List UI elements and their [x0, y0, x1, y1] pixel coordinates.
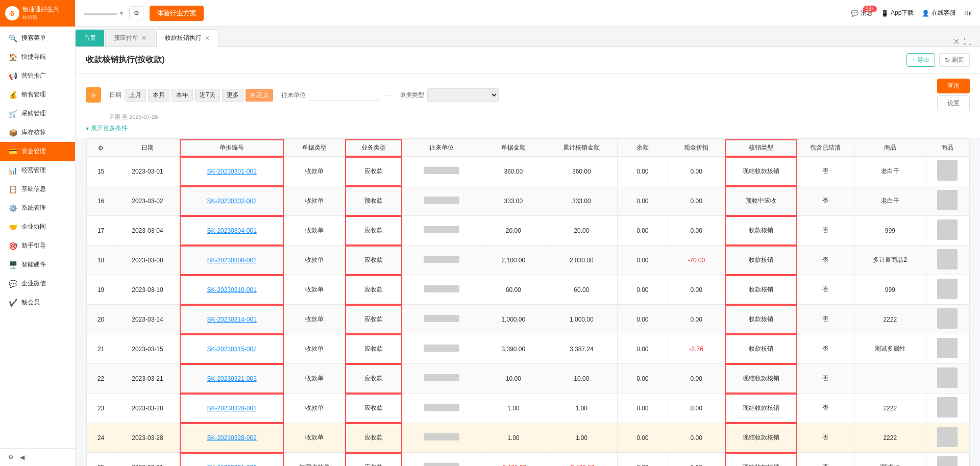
td-settled: 否 [797, 394, 854, 423]
refresh-button[interactable]: ↻ 刷新 [939, 53, 970, 67]
td-seq: 24 [87, 423, 115, 453]
topbar-online-service[interactable]: 👤 在线客服 [922, 9, 956, 17]
filter-date-lastmonth[interactable]: 上月 [125, 89, 146, 102]
topbar-brand-text: ▬▬▬▬▬ [84, 9, 117, 17]
td-seq: 17 [87, 216, 115, 246]
sidebar-item-enterprise[interactable]: 🤝 企业协同 [0, 217, 75, 236]
td-settled: 否 [797, 186, 854, 216]
topbar-brand: ▬▬▬▬▬ ▾ [84, 9, 123, 17]
tab-bar: 首页 预应付单 ✕ 收款核销执行 ✕ ✕ ⛶ [76, 27, 980, 47]
docno-link[interactable]: SK-20230302-002 [207, 198, 256, 205]
td-discount: 0.00 [668, 186, 725, 216]
expand-more-conditions[interactable]: ▾ 展开更多条件 [86, 124, 970, 133]
filter-date-7days[interactable]: 近7天 [195, 89, 220, 102]
tab-home[interactable]: 首页 [76, 30, 104, 46]
filter-settings-button[interactable]: 设置 [937, 95, 970, 111]
filter-date-thisyear[interactable]: 本年 [172, 89, 193, 102]
solution-button[interactable]: 体验行业方案 [150, 6, 204, 21]
sidebar-label-wechat: 企业微信 [21, 279, 46, 288]
sidebar-item-basic[interactable]: 📋 基础信息 [0, 180, 75, 199]
docno-link[interactable]: SK-20230315-002 [207, 346, 256, 353]
table-area: ⚙ 日期 单据编号 单据类型 业务类型 往来单位 单据金额 累计核销金额 余额 … [76, 138, 980, 466]
td-docno: SK-20230321-003 [180, 364, 284, 394]
th-balance: 余额 [618, 139, 668, 157]
filter-expand-toggle[interactable]: » [86, 87, 101, 103]
docno-link[interactable]: SK-20230314-001 [207, 316, 256, 323]
sidebar-item-sales[interactable]: 💰 销售管理 [0, 85, 75, 104]
td-cumwrite: 1.00 [546, 423, 618, 453]
docno-link[interactable]: SK-20230328-001 [207, 405, 256, 412]
td-amount: 2,100.00 [481, 246, 546, 275]
td-date: 2023-03-02 [115, 186, 180, 216]
sidebar-item-shortcut[interactable]: 🏠 快捷导航 [0, 47, 75, 66]
docno-link[interactable]: SK-20230308-001 [207, 257, 256, 264]
topbar-gear-button[interactable]: ⚙ [129, 6, 143, 20]
td-partner [402, 364, 481, 394]
tab-bar-close-icon[interactable]: ✕ [953, 37, 960, 46]
td-docno: SK-20230315-002 [180, 334, 284, 364]
operation-icon: 📊 [8, 166, 17, 175]
filter-date-custom[interactable]: 自定义 [246, 89, 273, 102]
td-seq: 18 [87, 246, 115, 275]
sidebar-item-wechat[interactable]: 💬 企业微信 [0, 274, 75, 293]
tab-writeoff[interactable]: 收款核销执行 ✕ [156, 29, 218, 47]
topbar-message[interactable]: 💬 消息 99+ [851, 9, 873, 17]
table-row: 15 2023-03-01 SK-20230301-002 收款单 应收款 36… [87, 157, 969, 186]
td-writetype: 收款核销 [725, 246, 797, 275]
filter-doctype-select[interactable] [427, 88, 499, 102]
filter-bar: » 日期 上月 本月 本年 近7天 更多 自定义 往来单位 [76, 73, 980, 138]
td-partner [402, 246, 481, 275]
system-icon: ⚙️ [8, 204, 17, 212]
tab-prepay[interactable]: 预应付单 ✕ [105, 29, 155, 46]
docno-link[interactable]: SK-20230301-002 [207, 168, 256, 175]
docno-link[interactable]: SK-20230304-001 [207, 227, 256, 234]
docno-link[interactable]: SK-20230310-001 [207, 286, 256, 293]
query-button[interactable]: 查询 [937, 79, 970, 93]
filter-date-thismonth[interactable]: 本月 [148, 89, 169, 102]
topbar-chevron-icon: ▾ [120, 10, 123, 17]
td-biztype: 应收款 [345, 334, 402, 364]
td-biztype: 应收款 [345, 394, 402, 423]
tab-bar-expand-icon[interactable]: ⛶ [964, 37, 972, 46]
topbar-app-download[interactable]: 📱 App下载 [881, 9, 914, 17]
filter-date-more[interactable]: 更多 [222, 89, 243, 102]
td-amount: 20.00 [481, 216, 546, 246]
sidebar-item-member[interactable]: ✔️ 畅会员 [0, 293, 75, 312]
td-partner [402, 186, 481, 216]
td-goods: 老白干 [854, 186, 926, 216]
td-amount: 360.00 [481, 157, 546, 186]
export-button[interactable]: ↑ 导出 [906, 53, 935, 67]
sidebar-item-marketing[interactable]: 📢 营销推广 [0, 66, 75, 85]
sidebar-item-hardware[interactable]: 🖥️ 智能硬件 [0, 255, 75, 274]
docno-link[interactable]: SK-20230331-002 [207, 464, 256, 467]
tab-prepay-close-icon[interactable]: ✕ [141, 35, 146, 42]
td-discount: -2.76 [668, 334, 725, 364]
tab-writeoff-close-icon[interactable]: ✕ [205, 35, 210, 42]
table-row: 16 2023-03-02 SK-20230302-002 收款单 预收款 33… [87, 186, 969, 216]
sidebar-item-inventory[interactable]: 📦 库存核算 [0, 123, 75, 142]
settings-icon[interactable]: ⚙ [8, 454, 14, 461]
th-goods: 商品 [854, 139, 926, 157]
sidebar-item-search[interactable]: 🔍 搜索菜单 [0, 29, 75, 47]
table-body: 15 2023-03-01 SK-20230301-002 收款单 应收款 36… [87, 157, 969, 467]
sidebar-item-operation[interactable]: 📊 经营管理 [0, 161, 75, 180]
sidebar-item-guide[interactable]: 🎯 新手引导 [0, 236, 75, 255]
td-seq: 16 [87, 186, 115, 216]
docno-link[interactable]: SK-20230321-003 [207, 375, 256, 382]
sidebar-item-system[interactable]: ⚙️ 系统管理 [0, 199, 75, 217]
collapse-icon[interactable]: ◀ [20, 454, 24, 461]
td-discount: 0.00 [668, 157, 725, 186]
sidebar-item-purchase[interactable]: 🛒 采购管理 [0, 104, 75, 123]
sidebar-item-finance[interactable]: 💳 资金管理 [0, 142, 75, 161]
td-discount: 0.00 [668, 275, 725, 305]
home-icon: 🏠 [8, 53, 17, 61]
td-thumb [926, 246, 969, 275]
td-docno: SK-20230310-001 [180, 275, 284, 305]
td-thumb [926, 305, 969, 334]
td-writetype: 收款核销 [725, 216, 797, 246]
docno-link[interactable]: SK-20230328-002 [207, 434, 256, 442]
th-amount: 单据金额 [481, 139, 546, 157]
main-area: ▬▬▬▬▬ ▾ ⚙ 体验行业方案 💬 消息 99+ 📱 App下载 👤 在线客服… [76, 0, 980, 466]
topbar-user[interactable]: Rit [964, 10, 972, 17]
filter-partner-input[interactable] [309, 89, 380, 101]
